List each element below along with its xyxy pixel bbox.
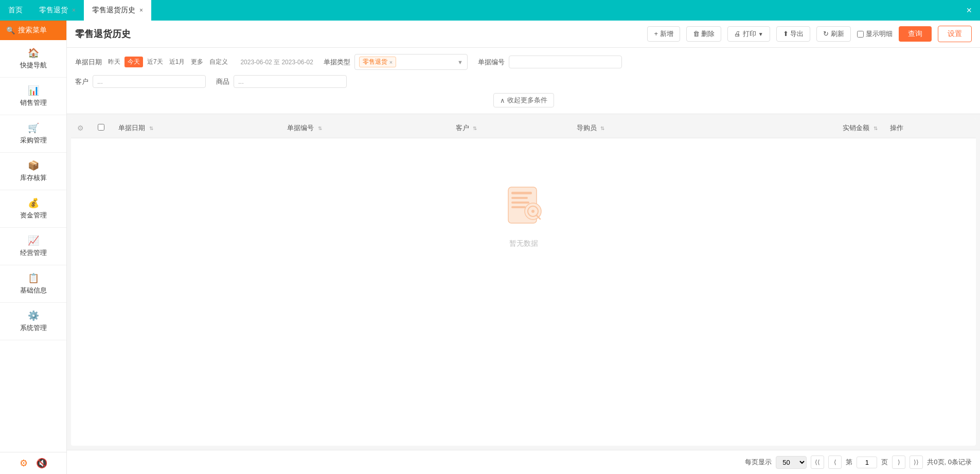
date-today[interactable]: 今天 — [124, 57, 143, 67]
sidebar-item-finance-label: 资金管理 — [20, 211, 47, 220]
page-input[interactable] — [857, 457, 877, 468]
sidebar-search[interactable]: 🔍 搜索菜单 — [0, 21, 66, 40]
date-more[interactable]: 更多 — [189, 57, 205, 67]
doc-type-tag-close[interactable]: × — [389, 59, 393, 65]
sidebar-item-sys-mgmt-label: 系统管理 — [20, 323, 47, 333]
main-layout: 🔍 搜索菜单 🏠 快捷导航 📊 销售管理 🛒 采购管理 📦 库存核算 💰 资金管… — [0, 21, 980, 474]
sidebar-item-sales-mgmt[interactable]: 📊 销售管理 — [0, 78, 66, 115]
date-1month[interactable]: 近1月 — [167, 57, 187, 67]
tab-retail-return-close[interactable]: × — [72, 7, 76, 14]
tab-retail-return-history-label: 零售退货历史 — [92, 6, 135, 15]
show-detail-label: 显示明细 — [857, 29, 893, 39]
last-page-button[interactable]: ⟩⟩ — [910, 455, 923, 469]
collapse-row: ∧ 收起更多条件 — [75, 93, 972, 107]
th-amount: 实销金额 ⇅ — [715, 118, 884, 138]
tab-home-label: 首页 — [8, 6, 23, 15]
sidebar-item-sys-mgmt[interactable]: ⚙️ 系统管理 — [0, 303, 66, 340]
sidebar-item-operations[interactable]: 📈 经营管理 — [0, 228, 66, 265]
table-settings-icon[interactable]: ⚙ — [77, 124, 84, 132]
th-amount-sort-icon[interactable]: ⇅ — [874, 125, 878, 131]
doc-type-select[interactable]: 零售退货 × ▼ — [354, 54, 468, 70]
page-size-select[interactable]: 50 10 20 100 — [776, 456, 807, 469]
page-unit: 页 — [881, 458, 888, 467]
mute-icon[interactable]: 🔇 — [36, 458, 47, 469]
tab-home[interactable]: 首页 — [0, 0, 31, 21]
query-button[interactable]: 查询 — [899, 26, 932, 42]
settings-button[interactable]: 设置 — [938, 26, 972, 42]
base-info-icon: 📋 — [28, 272, 39, 284]
date-yesterday[interactable]: 昨天 — [106, 57, 122, 67]
sidebar-item-base-info[interactable]: 📋 基础信息 — [0, 265, 66, 303]
empty-text: 暂无数据 — [509, 239, 538, 248]
svg-rect-3 — [511, 202, 529, 204]
tab-retail-return-history[interactable]: 零售退货历史 × — [84, 0, 151, 21]
collapse-button[interactable]: ∧ 收起更多条件 — [493, 93, 554, 107]
table-body: 暂无数据 — [71, 138, 976, 290]
date-7days[interactable]: 近7天 — [145, 57, 165, 67]
filter-area: 单据日期 昨天 今天 近7天 近1月 更多 自定义 2023-06-02 至 2… — [67, 48, 980, 114]
sidebar-bottom: ⚙ 🔇 — [0, 452, 66, 474]
delete-button[interactable]: 🗑 删除 — [686, 26, 722, 42]
sidebar-item-purchase-mgmt-label: 采购管理 — [20, 136, 47, 145]
search-icon: 🔍 — [6, 26, 15, 34]
sidebar-item-inventory[interactable]: 📦 库存核算 — [0, 153, 66, 190]
sidebar-item-quick-nav[interactable]: 🏠 快捷导航 — [0, 40, 66, 78]
customer-filter: 客户 ... — [75, 75, 206, 88]
doc-type-tag-text: 零售退货 — [363, 58, 387, 66]
customer-dots: ... — [97, 78, 103, 85]
print-dropdown-icon: ▼ — [758, 31, 763, 37]
settings-bottom-icon[interactable]: ⚙ — [20, 458, 28, 469]
prev-page-button[interactable]: ⟨ — [828, 455, 842, 469]
sidebar-item-purchase-mgmt[interactable]: 🛒 采购管理 — [0, 115, 66, 153]
svg-point-8 — [531, 210, 534, 213]
table-header: ⚙ 单据日期 ⇅ 单据编号 ⇅ — [71, 118, 976, 138]
new-button[interactable]: + 新增 — [647, 26, 680, 42]
doc-number-filter: 单据编号 — [478, 56, 622, 68]
goods-label: 商品 — [216, 77, 229, 86]
print-button[interactable]: 🖨 打印 ▼ — [727, 26, 770, 42]
empty-state-illustration — [498, 179, 549, 231]
goods-dots: ... — [238, 78, 244, 85]
customer-label: 客户 — [75, 77, 88, 86]
window-close-button[interactable]: × — [958, 5, 980, 16]
show-detail-checkbox[interactable] — [857, 31, 864, 38]
filter-row-1: 单据日期 昨天 今天 近7天 近1月 更多 自定义 2023-06-02 至 2… — [75, 54, 972, 70]
tab-bar: 首页 零售退货 × 零售退货历史 × — [0, 0, 958, 21]
th-salesperson-sort-icon[interactable]: ⇅ — [600, 125, 604, 131]
page-size-label: 每页显示 — [745, 458, 772, 467]
date-range-display: 2023-06-02 至 2023-06-02 — [240, 57, 313, 67]
svg-rect-4 — [511, 206, 526, 208]
total-text: 共0页, 0条记录 — [927, 458, 972, 467]
doc-number-input[interactable] — [509, 56, 622, 68]
filter-row-2: 客户 ... 商品 ... — [75, 75, 972, 88]
th-date-sort-icon[interactable]: ⇅ — [149, 125, 153, 131]
sidebar-item-finance[interactable]: 💰 资金管理 — [0, 190, 66, 228]
refresh-button[interactable]: ↻ 刷新 — [816, 26, 851, 42]
goods-filter: 商品 ... — [216, 75, 347, 88]
first-page-button[interactable]: ⟨⟨ — [811, 455, 824, 469]
th-customer-sort-icon[interactable]: ⇅ — [473, 125, 477, 131]
th-doc-number-sort-icon[interactable]: ⇅ — [318, 125, 322, 131]
next-page-button[interactable]: ⟩ — [892, 455, 905, 469]
collapse-label: 收起更多条件 — [507, 96, 547, 105]
date-custom[interactable]: 自定义 — [207, 57, 230, 67]
print-label: 🖨 打印 — [734, 29, 756, 39]
sidebar-item-sales-mgmt-label: 销售管理 — [20, 98, 47, 107]
customer-select[interactable]: ... — [93, 75, 206, 88]
export-button[interactable]: ⬆ 导出 — [776, 26, 811, 42]
svg-rect-1 — [511, 192, 532, 194]
header-actions: + 新增 🗑 删除 🖨 打印 ▼ ⬆ 导出 ↻ 刷新 显示明细 查询 设置 — [647, 26, 972, 42]
goods-select[interactable]: ... — [234, 75, 347, 88]
date-filter: 单据日期 昨天 今天 近7天 近1月 更多 自定义 — [75, 57, 230, 67]
th-date-label: 单据日期 — [118, 124, 145, 132]
tab-retail-return[interactable]: 零售退货 × — [31, 0, 84, 21]
tab-retail-return-history-close[interactable]: × — [139, 7, 143, 14]
sidebar-item-operations-label: 经营管理 — [20, 248, 47, 258]
sidebar-search-label: 搜索菜单 — [18, 26, 47, 35]
th-amount-label: 实销金额 — [843, 124, 869, 132]
data-table: ⚙ 单据日期 ⇅ 单据编号 ⇅ — [71, 118, 976, 289]
sidebar-item-base-info-label: 基础信息 — [20, 286, 47, 295]
select-all-checkbox[interactable] — [98, 124, 104, 131]
purchase-icon: 🛒 — [28, 122, 39, 134]
show-detail-text: 显示明细 — [866, 29, 893, 39]
